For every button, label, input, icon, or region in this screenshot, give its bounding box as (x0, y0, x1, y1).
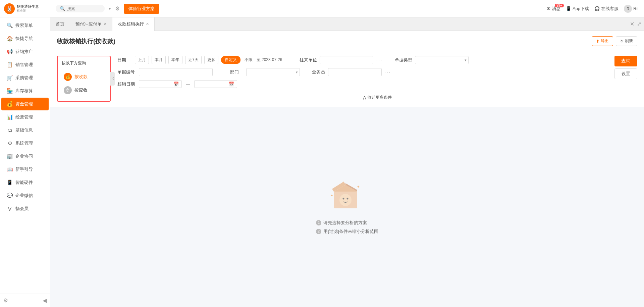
page-header: 收款核销执行(按收款) ⬆ 导出 ↻ 刷新 (50, 31, 644, 50)
topbar-gear-icon[interactable]: ⚙ (115, 5, 120, 12)
sidebar-item-shortcut[interactable]: 🏠 快捷导航 (1, 32, 49, 45)
date-btn-this-year[interactable]: 本年 (168, 56, 182, 64)
verify-start-date-input[interactable]: 2023-03-01 📅 (139, 80, 182, 88)
counterpart-input[interactable] (320, 56, 373, 64)
logo-area: 🐰 畅捷通好生意 标准版 (0, 0, 50, 17)
by-receipt-label: 按收款 (74, 74, 88, 80)
query-button[interactable]: 查询 (614, 56, 637, 66)
tab-close-all-icon[interactable]: ✕ (630, 21, 634, 27)
tab-prepay-close-icon[interactable]: ✕ (104, 22, 107, 26)
search-icon: 🔍 (7, 22, 13, 29)
dept-select[interactable] (246, 68, 300, 76)
tab-prepay[interactable]: 预付冲应付单 ✕ (70, 17, 112, 31)
tab-receipt-verify[interactable]: 收款核销执行 ✕ (112, 17, 155, 31)
bill-type-label: 单据类型 (395, 57, 412, 63)
date-quick-buttons: 上月 本月 本年 近7天 更多 自定义 (135, 56, 240, 64)
collapse-more-label: 收起更多条件 (368, 95, 392, 100)
svg-point-6 (347, 198, 348, 200)
collapse-sidebar-icon[interactable]: ◀ (43, 297, 47, 304)
topbar-search-input[interactable] (67, 6, 101, 11)
industry-solution-button[interactable]: 体验行业方案 (124, 4, 159, 14)
sidebar-item-operation[interactable]: 📊 经营管理 (1, 111, 49, 123)
verify-start-input[interactable]: 2023-03-01 (142, 82, 172, 87)
counterpart-more-icon[interactable]: ··· (376, 57, 382, 63)
counterpart-label: 往来单位 (300, 57, 317, 63)
sidebar-item-member[interactable]: V 畅会员 (1, 202, 49, 215)
date-to-text: 至 2023-07-26 (257, 57, 282, 63)
sidebar-item-finance[interactable]: 💰 资金管理 (1, 98, 49, 110)
date-btn-more[interactable]: 更多 (204, 56, 218, 64)
date-label: 日期 (117, 57, 131, 63)
sidebar-item-company[interactable]: 🏢 企业协同 (1, 150, 49, 163)
sidebar-item-label: 快捷导航 (15, 36, 33, 42)
dept-select-wrapper (246, 68, 300, 76)
date-btn-this-month[interactable]: 本月 (152, 56, 166, 64)
user-menu[interactable]: R Rit (624, 5, 639, 13)
settings-button[interactable]: 设置 (614, 68, 637, 79)
export-button[interactable]: ⬆ 导出 (592, 36, 613, 46)
sidebar-item-hardware[interactable]: 📱 智能硬件 (1, 176, 49, 189)
bill-no-input[interactable] (139, 68, 213, 76)
app-download-link[interactable]: 📱 App下载 (566, 6, 589, 12)
tab-expand-icon[interactable]: ⤢ (637, 21, 641, 27)
bill-no-label: 单据编号 (117, 69, 135, 75)
sidebar-item-system[interactable]: ⚙ 系统管理 (1, 137, 49, 150)
query-buttons-group: 查询 设置 (614, 56, 637, 79)
sidebar-item-purchase[interactable]: 🛒 采购管理 (1, 71, 49, 84)
topbar-dropdown-icon[interactable]: ▾ (109, 6, 111, 11)
verify-end-calendar-icon[interactable]: 📅 (229, 82, 234, 87)
sidebar-item-wechat[interactable]: 💬 企业微信 (1, 189, 49, 202)
verify-end-input[interactable]: 2023-07-21 (197, 82, 227, 87)
filter-sidebar-title: 按以下方查询 (62, 60, 106, 66)
verify-start-calendar-icon[interactable]: 📅 (173, 82, 179, 87)
sidebar: 🐰 畅捷通好生意 标准版 🔍 搜索菜单 🏠 快捷导航 📢 营销推广 📋 销售管理… (0, 0, 50, 307)
sidebar-item-inventory[interactable]: 🏪 库存核算 (1, 85, 49, 97)
topbar: 🔍 ▾ ⚙ 体验行业方案 ✉ 消息 99+ 📱 App下载 🎧 在线客服 R R… (50, 0, 644, 17)
sidebar-item-label: 库存核算 (15, 88, 33, 94)
sidebar-item-guide[interactable]: 📖 新手引导 (1, 163, 49, 176)
sales-icon: 📋 (7, 62, 13, 68)
verify-end-date-input[interactable]: 2023-07-21 📅 (194, 80, 237, 88)
message-button[interactable]: ✉ 消息 99+ (547, 6, 560, 12)
svg-text:✦: ✦ (330, 194, 333, 197)
staff-more-icon[interactable]: ··· (384, 69, 391, 75)
settings-footer-icon[interactable]: ⚙ (3, 297, 8, 304)
bill-type-select[interactable] (415, 56, 469, 64)
sidebar-item-marketing[interactable]: 📢 营销推广 (1, 45, 49, 58)
tab-receipt-verify-close-icon[interactable]: ✕ (146, 22, 149, 26)
page-title: 收款核销执行(按收款) (57, 37, 115, 45)
date-btn-7days[interactable]: 近7天 (185, 56, 202, 64)
sidebar-item-label: 销售管理 (15, 62, 33, 68)
refresh-button[interactable]: ↻ 刷新 (616, 36, 637, 46)
filter-sidebar-collapse-button[interactable]: 《 (110, 72, 115, 86)
date-btn-custom[interactable]: 自定义 (221, 56, 240, 64)
topbar-search-box[interactable]: 🔍 (56, 5, 105, 12)
filter-option-by-receipt[interactable]: 💰 按收款 (62, 70, 106, 84)
empty-state: ✦ ✦ 1 请先选择要分析的方案 2 用[过滤]条件来缩小分析范围 (50, 107, 644, 307)
tab-receipt-verify-label: 收款核销执行 (118, 21, 144, 27)
sidebar-item-label: 基础信息 (15, 127, 33, 133)
sidebar-item-label: 营销推广 (15, 49, 33, 55)
filter-option-by-receivable[interactable]: ⏱ 按应收 (62, 84, 106, 97)
sidebar-item-sales[interactable]: 📋 销售管理 (1, 58, 49, 71)
sidebar-item-search[interactable]: 🔍 搜索菜单 (1, 19, 49, 32)
collapse-icon: ⋀ (363, 95, 366, 100)
tip-num-1: 1 (316, 220, 321, 225)
user-avatar: R (624, 5, 632, 13)
topbar-right: ✉ 消息 99+ 📱 App下载 🎧 在线客服 R Rit (547, 5, 639, 13)
message-icon: ✉ (547, 6, 550, 11)
tab-home[interactable]: 首页 (50, 17, 70, 31)
sidebar-item-label: 系统管理 (15, 140, 33, 146)
sidebar-nav: 🔍 搜索菜单 🏠 快捷导航 📢 营销推广 📋 销售管理 🛒 采购管理 🏪 库存核… (0, 17, 50, 294)
app-icon: 📱 (566, 6, 571, 11)
sidebar-item-basic[interactable]: 🗂 基础信息 (1, 124, 49, 137)
sidebar-footer: ⚙ ◀ (0, 294, 50, 307)
online-service-link[interactable]: 🎧 在线客服 (594, 6, 619, 12)
date-no-limit-text: 不限 (245, 57, 253, 63)
operation-icon: 📊 (7, 114, 13, 120)
staff-input[interactable] (328, 68, 382, 76)
collapse-more-button[interactable]: ⋀ 收起更多条件 (117, 93, 637, 100)
tip-text-1: 请先选择要分析的方案 (323, 218, 367, 227)
by-receipt-icon: 💰 (64, 73, 72, 81)
date-btn-last-month[interactable]: 上月 (135, 56, 149, 64)
